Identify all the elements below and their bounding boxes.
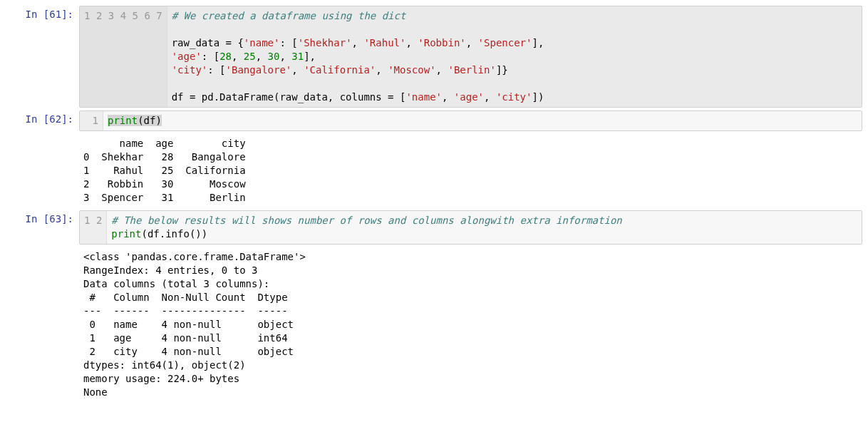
line-gutter: 1 [80, 111, 103, 130]
stdout-output: name age city 0 Shekhar 28 Bangalore 1 R… [79, 134, 862, 207]
output-cell: Out[ ]: name age city 0 Shekhar 28 Banga… [6, 134, 862, 207]
input-prompt: In [61]: [6, 6, 79, 108]
output-prompt: Out[ ]: [6, 134, 79, 207]
line-gutter: 1 2 3 4 5 6 7 [80, 6, 167, 107]
code-cell: In [63]: 1 2 # The below results will sh… [6, 210, 862, 245]
output-prompt: Out[ ]: [6, 247, 79, 402]
line-gutter: 1 2 [80, 211, 107, 244]
comment: # The below results will shows number of… [111, 215, 621, 226]
code-content[interactable]: # We created a dataframe using the dict … [167, 6, 862, 107]
code-content[interactable]: # The below results will shows number of… [107, 211, 862, 244]
builtin-print: print [108, 115, 138, 126]
code-content[interactable]: print(df) [103, 111, 862, 130]
code-cell: In [61]: 1 2 3 4 5 6 7 # We created a da… [6, 6, 862, 108]
code-editor[interactable]: 1 2 3 4 5 6 7 # We created a dataframe u… [79, 6, 862, 108]
comment: # We created a dataframe using the dict [172, 10, 406, 21]
input-area[interactable]: 1 2 # The below results will shows numbe… [79, 210, 862, 245]
input-area[interactable]: 1 print(df) [79, 110, 862, 131]
code-editor[interactable]: 1 print(df) [79, 110, 862, 131]
input-prompt: In [63]: [6, 210, 79, 245]
input-prompt: In [62]: [6, 110, 79, 131]
input-area[interactable]: 1 2 3 4 5 6 7 # We created a dataframe u… [79, 6, 862, 108]
output-cell: Out[ ]: <class 'pandas.core.frame.DataFr… [6, 247, 862, 402]
code-cell: In [62]: 1 print(df) [6, 110, 862, 131]
stdout-output: <class 'pandas.core.frame.DataFrame'> Ra… [79, 247, 862, 402]
code-editor[interactable]: 1 2 # The below results will shows numbe… [79, 210, 862, 245]
builtin-print: print [111, 228, 141, 240]
